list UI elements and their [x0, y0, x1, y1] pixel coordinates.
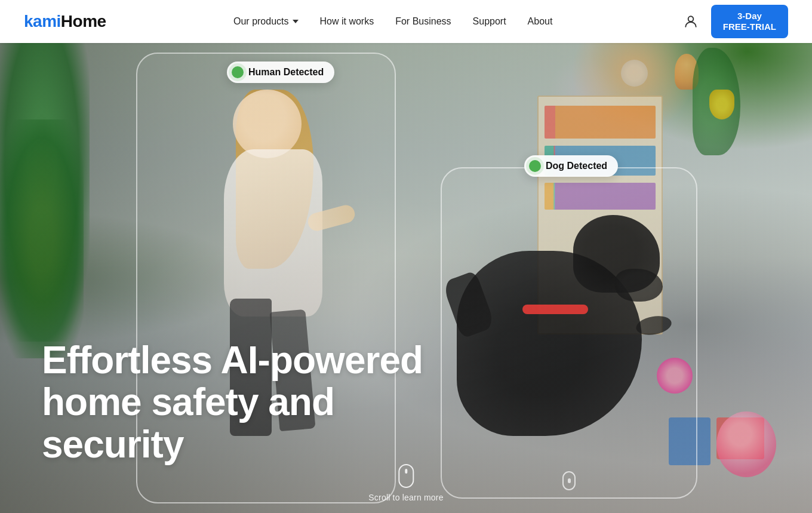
detection-dot-human: [232, 66, 244, 78]
scroll-mouse-icon: [398, 464, 414, 488]
detection-dot-dog: [529, 160, 541, 172]
nav-for-business[interactable]: For Business: [395, 16, 451, 26]
logo-home: Home: [61, 12, 106, 31]
nav-about[interactable]: About: [528, 16, 553, 26]
svg-point-0: [688, 16, 693, 21]
navbar: kami Home Our products How it works For …: [0, 0, 812, 43]
dog-detection-badge: Dog Detected: [524, 155, 618, 177]
chevron-down-icon: [293, 20, 299, 23]
scroll-indicator[interactable]: Scroll to learn more: [368, 464, 443, 502]
nav-right: 3-Day FREE-TRIAL: [680, 5, 788, 38]
nav-our-products[interactable]: Our products: [233, 16, 298, 27]
nav-links: Our products How it works For Business S…: [233, 16, 552, 27]
human-detection-badge: Human Detected: [227, 62, 334, 83]
hero-content: Effortless AI-powered home safety and se…: [0, 43, 812, 513]
user-icon[interactable]: [680, 11, 702, 32]
hero-section: Human Detected Dog Detected Effortless A…: [0, 0, 812, 513]
nav-support[interactable]: Support: [473, 16, 506, 26]
scroll-label: Scroll to learn more: [368, 493, 443, 502]
free-trial-button[interactable]: 3-Day FREE-TRIAL: [711, 5, 788, 38]
human-detection-label: Human Detected: [248, 67, 324, 78]
nav-how-it-works[interactable]: How it works: [320, 16, 374, 26]
logo-kami: kami: [24, 12, 61, 31]
hero-headline: Effortless AI-powered home safety and se…: [42, 339, 424, 465]
scroll-wheel: [405, 469, 407, 474]
dog-detection-label: Dog Detected: [546, 161, 607, 171]
logo[interactable]: kami Home: [24, 12, 106, 31]
